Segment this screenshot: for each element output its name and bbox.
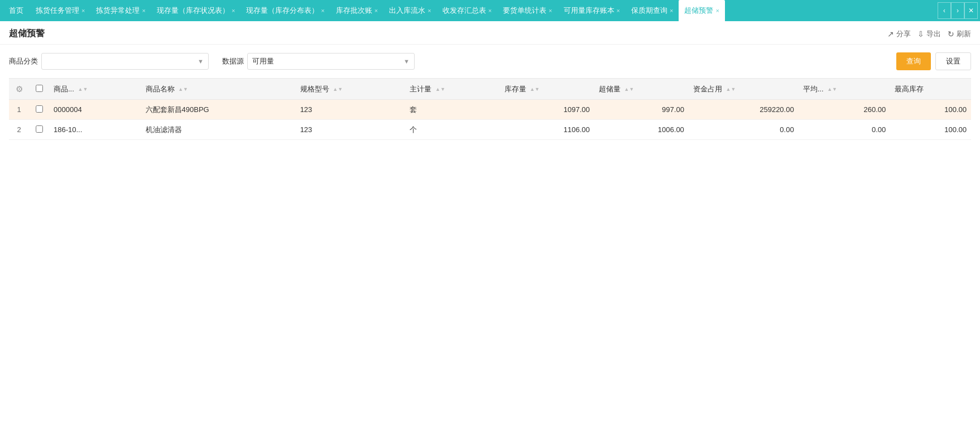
sort-icon-over-stock[interactable]: ▲▼	[624, 87, 634, 92]
refresh-button[interactable]: ↻ 刷新	[948, 29, 971, 39]
th-spec-label: 规格型号	[300, 85, 329, 93]
row-product-name: 六配套新昌490BPG	[141, 100, 296, 120]
th-product-code: 商品... ▲▼	[49, 79, 141, 100]
nav-tab-0[interactable]: 首页	[2, 0, 30, 21]
th-avg: 平均... ▲▼	[799, 79, 891, 100]
row-avg: 0.00	[799, 120, 891, 140]
nav-tab-3[interactable]: 现存量（库存状况表）×	[151, 0, 241, 21]
nav-tab-1[interactable]: 拣货任务管理×	[30, 0, 90, 21]
row-spec: 123	[296, 100, 406, 120]
th-stock-label: 库存量	[505, 85, 526, 93]
export-icon: ⇩	[917, 30, 924, 38]
row-max-stock: 100.00	[890, 100, 971, 120]
th-capital-label: 资金占用	[693, 85, 722, 93]
row-unit: 个	[405, 120, 499, 140]
tab-close-icon-10[interactable]: ×	[670, 7, 673, 14]
th-max-stock: 最高库存	[890, 79, 971, 100]
nav-tab-8[interactable]: 要货单统计表×	[497, 0, 558, 21]
row-over-stock: 1006.00	[594, 120, 689, 140]
th-product-name-label: 商品名称	[146, 85, 175, 93]
settings-icon[interactable]: ⚙	[14, 84, 24, 94]
tab-close-icon-2[interactable]: ×	[142, 7, 145, 14]
nav-tab-11[interactable]: 超储预警×	[679, 0, 724, 21]
export-button[interactable]: ⇩ 导出	[917, 29, 941, 39]
category-filter: 商品分类 ▼	[9, 53, 209, 70]
nav-tab-6[interactable]: 出入库流水×	[383, 0, 436, 21]
th-product-name: 商品名称 ▲▼	[141, 79, 296, 100]
table-header: ⚙ 商品... ▲▼ 商品名称 ▲▼ 规格型号 ▲▼ 主计	[9, 79, 971, 100]
tab-close-icon-5[interactable]: ×	[374, 7, 378, 14]
th-spec: 规格型号 ▲▼	[296, 79, 406, 100]
datasource-label: 数据源	[222, 56, 244, 66]
nav-prev-button[interactable]: ‹	[938, 2, 951, 19]
filter-bar: 商品分类 ▼ 数据源 可用量 ▼ 查询 设置	[0, 45, 980, 78]
th-unit-label: 主计量	[410, 85, 431, 93]
sort-icon-spec[interactable]: ▲▼	[333, 87, 343, 92]
row-unit: 套	[405, 100, 499, 120]
sort-icon-stock[interactable]: ▲▼	[530, 87, 540, 92]
table-row: 1 0000004 六配套新昌490BPG 123 套 1097.00 997.…	[9, 100, 971, 120]
row-over-stock: 997.00	[594, 100, 689, 120]
row-max-stock: 100.00	[890, 120, 971, 140]
nav-arrows: ‹ › ✕	[938, 2, 978, 19]
nav-next-button[interactable]: ›	[951, 2, 964, 19]
tab-close-icon-1[interactable]: ×	[81, 7, 85, 14]
th-max-stock-label: 最高库存	[895, 85, 924, 93]
nav-tab-9[interactable]: 可用量库存账本×	[558, 0, 626, 21]
datasource-select[interactable]: 可用量 ▼	[247, 53, 415, 70]
sort-icon-unit[interactable]: ▲▼	[435, 87, 445, 92]
filter-buttons: 查询 设置	[896, 52, 971, 70]
query-button[interactable]: 查询	[896, 52, 931, 70]
nav-tab-10[interactable]: 保质期查询×	[626, 0, 679, 21]
row-checkbox-0[interactable]	[36, 105, 43, 113]
nav-tab-4[interactable]: 现存量（库存分布表）×	[241, 0, 330, 21]
header-actions: ↗ 分享 ⇩ 导出 ↻ 刷新	[887, 29, 971, 39]
row-capital: 259220.00	[689, 100, 799, 120]
row-num: 2	[9, 120, 29, 140]
table-wrap: ⚙ 商品... ▲▼ 商品名称 ▲▼ 规格型号 ▲▼ 主计	[0, 78, 980, 140]
nav-close-button[interactable]: ✕	[964, 2, 978, 19]
share-button[interactable]: ↗ 分享	[887, 29, 911, 39]
share-icon: ↗	[887, 30, 894, 38]
top-nav: 首页拣货任务管理×拣货异常处理×现存量（库存状况表）×现存量（库存分布表）×库存…	[0, 0, 980, 21]
th-product-code-label: 商品...	[54, 85, 74, 93]
data-table: ⚙ 商品... ▲▼ 商品名称 ▲▼ 规格型号 ▲▼ 主计	[9, 78, 971, 140]
row-num: 1	[9, 100, 29, 120]
tab-close-icon-7[interactable]: ×	[488, 7, 492, 14]
th-checkbox	[29, 79, 49, 100]
category-select[interactable]: ▼	[41, 53, 209, 70]
tab-close-icon-3[interactable]: ×	[232, 7, 235, 14]
sort-icon-product-name[interactable]: ▲▼	[178, 87, 188, 92]
select-all-checkbox[interactable]	[36, 85, 43, 92]
row-checkbox-1[interactable]	[36, 125, 43, 133]
category-label: 商品分类	[9, 56, 38, 66]
tab-close-icon-9[interactable]: ×	[617, 7, 620, 14]
row-stock: 1106.00	[500, 120, 594, 140]
tab-close-icon-8[interactable]: ×	[549, 7, 552, 14]
settings-button[interactable]: 设置	[935, 52, 971, 70]
tab-close-icon-6[interactable]: ×	[427, 7, 431, 14]
chevron-down-icon: ▼	[198, 58, 204, 65]
table-body: 1 0000004 六配套新昌490BPG 123 套 1097.00 997.…	[9, 100, 971, 140]
nav-tab-7[interactable]: 收发存汇总表×	[437, 0, 497, 21]
sort-icon-product-code[interactable]: ▲▼	[78, 87, 88, 92]
tab-close-icon-4[interactable]: ×	[321, 7, 324, 14]
th-unit: 主计量 ▲▼	[405, 79, 499, 100]
nav-tab-5[interactable]: 库存批次账×	[330, 0, 383, 21]
th-over-stock-label: 超储量	[599, 85, 621, 93]
sort-icon-avg[interactable]: ▲▼	[827, 87, 837, 92]
th-settings: ⚙	[9, 79, 29, 100]
sort-icon-capital[interactable]: ▲▼	[726, 87, 736, 92]
refresh-icon: ↻	[948, 30, 954, 38]
page-header: 超储预警 ↗ 分享 ⇩ 导出 ↻ 刷新	[0, 21, 980, 45]
page-title: 超储预警	[9, 28, 45, 40]
datasource-filter: 数据源 可用量 ▼	[222, 53, 415, 70]
row-product-name: 机油滤清器	[141, 120, 296, 140]
row-stock: 1097.00	[500, 100, 594, 120]
nav-tab-2[interactable]: 拣货异常处理×	[90, 0, 151, 21]
row-product-code: 0000004	[49, 100, 141, 120]
tab-close-icon-11[interactable]: ×	[715, 7, 719, 14]
datasource-select-value: 可用量	[252, 56, 274, 66]
row-checkbox-cell	[29, 100, 49, 120]
row-checkbox-cell	[29, 120, 49, 140]
